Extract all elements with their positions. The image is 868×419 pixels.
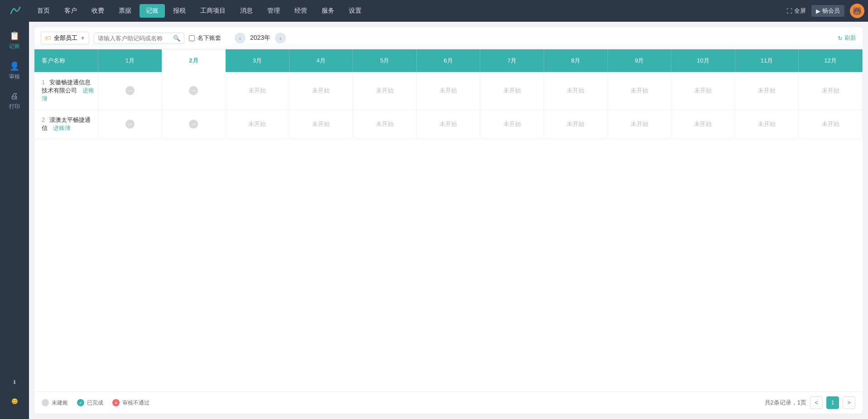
row2-feb (162, 110, 226, 139)
next-year-button[interactable]: › (275, 33, 286, 43)
refresh-icon: ↻ (838, 35, 843, 42)
next-page-button[interactable]: > (843, 396, 855, 409)
vip-button[interactable]: ▶ 畅会员 (811, 5, 844, 17)
fullscreen-button[interactable]: ⛶ 全屏 (786, 7, 806, 15)
nav-fee[interactable]: 收费 (85, 4, 111, 18)
col-header-dec: 12月 (799, 49, 863, 72)
my-accounts-checkbox-label[interactable]: 名下账套 (189, 34, 221, 42)
fullscreen-icon: ⛶ (786, 8, 792, 14)
row1-feb (162, 72, 226, 110)
sidebar-bottom: ⬇ 😊 (7, 374, 23, 415)
not-started-status: 未开始 (503, 120, 521, 127)
not-started-status: 未开始 (694, 87, 712, 94)
nav-business[interactable]: 工商项目 (194, 4, 232, 18)
not-started-status: 未开始 (822, 87, 839, 94)
table-footer: 未建账 ✓ 已完成 ✕ 审核不通过 共2条记录，1页 < (34, 391, 863, 414)
my-accounts-checkbox[interactable] (189, 35, 195, 41)
nav-invoice[interactable]: 票据 (112, 4, 138, 18)
row2-jan (98, 110, 162, 139)
top-navigation: 首页 客户 收费 票据 记账 报税 工商项目 消息 管理 经营 服务 设置 ⛶ … (0, 0, 868, 22)
col-header-oct: 10月 (671, 49, 735, 72)
x-icon: ✕ (114, 400, 118, 405)
sidebar-item-audit-label: 审核 (9, 73, 20, 81)
row2-dec: 未开始 (799, 110, 863, 139)
enter-ledger-link-2[interactable]: 进账簿 (53, 125, 71, 131)
row1-mar: 未开始 (226, 72, 289, 110)
dash-status (189, 86, 198, 95)
row1-apr: 未开始 (289, 72, 353, 110)
not-started-status: 未开始 (758, 87, 776, 94)
row2-oct: 未开始 (671, 110, 735, 139)
vip-icon: ▶ (816, 8, 820, 14)
nav-service[interactable]: 服务 (315, 4, 341, 18)
row1-jun: 未开始 (416, 72, 480, 110)
legend-not-created-label: 未建账 (52, 399, 68, 407)
row2-sep: 未开始 (608, 110, 671, 139)
col-header-apr: 4月 (289, 49, 353, 72)
total-records-text: 共2条记录，1页 (765, 399, 806, 407)
print-icon: 🖨 (10, 92, 19, 101)
row2-may: 未开始 (353, 110, 417, 139)
legend-completed-label: 已完成 (87, 399, 103, 407)
refresh-button[interactable]: ↻ 刷新 (838, 34, 856, 42)
sidebar-item-accounting[interactable]: 📋 记账 (0, 26, 29, 55)
nav-operation[interactable]: 经营 (288, 4, 313, 18)
nav-customer[interactable]: 客户 (58, 4, 83, 18)
avatar[interactable]: 🐻 (850, 4, 864, 18)
row1-oct: 未开始 (671, 72, 735, 110)
sidebar-item-print[interactable]: 🖨 打印 (0, 87, 29, 115)
nav-home[interactable]: 首页 (31, 4, 56, 18)
row1-jul: 未开始 (480, 72, 544, 110)
col-header-mar: 3月 (226, 49, 289, 72)
audit-icon: 👤 (10, 61, 19, 71)
employee-filter[interactable]: 🏷 全部员工 ▼ (41, 32, 89, 44)
sidebar-user[interactable]: 😊 (7, 394, 23, 409)
not-started-status: 未开始 (439, 87, 457, 94)
search-input[interactable] (98, 35, 170, 42)
vip-label: 畅会员 (822, 7, 840, 15)
sidebar-download[interactable]: ⬇ (7, 375, 23, 390)
row1-aug: 未开始 (544, 72, 608, 110)
row1-nov: 未开始 (735, 72, 799, 110)
nav-message[interactable]: 消息 (234, 4, 259, 18)
col-header-aug: 8月 (544, 49, 608, 72)
accounting-table: 客户名称 1月 2月 3月 4月 5月 6月 7月 8月 9月 (34, 49, 863, 139)
content-area: 🏷 全部员工 ▼ 🔍 名下账套 ‹ 2023年 › (29, 22, 868, 419)
row1-sep: 未开始 (608, 72, 671, 110)
dash-status (125, 86, 135, 95)
not-started-status: 未开始 (758, 120, 776, 127)
not-started-status: 未开始 (631, 87, 648, 94)
nav-right-actions: ⛶ 全屏 ▶ 畅会员 🐻 (786, 4, 864, 18)
user-smile-icon: 😊 (11, 398, 18, 405)
company-cell-1: 1 安徽畅捷通信息技术有限公司 进账簿 (34, 72, 98, 110)
sidebar-item-audit[interactable]: 👤 审核 (0, 57, 29, 85)
search-icon[interactable]: 🔍 (173, 35, 180, 42)
page-1-button[interactable]: 1 (826, 396, 839, 409)
nav-accounting[interactable]: 记账 (140, 4, 165, 18)
col-header-jun: 6月 (416, 49, 480, 72)
prev-year-button[interactable]: ‹ (235, 33, 246, 43)
table-row: 1 安徽畅捷通信息技术有限公司 进账簿 未开始 未开始 未开始 未开始 未开始 (34, 72, 863, 110)
sidebar-item-accounting-label: 记账 (9, 43, 20, 50)
col-header-jan: 1月 (98, 49, 162, 72)
nav-tax[interactable]: 报税 (167, 4, 192, 18)
sidebar-item-print-label: 打印 (9, 103, 20, 111)
nav-manage[interactable]: 管理 (261, 4, 286, 18)
row2-apr: 未开始 (289, 110, 353, 139)
content-inner: 🏷 全部员工 ▼ 🔍 名下账套 ‹ 2023年 › (34, 27, 863, 414)
tag-icon: 🏷 (45, 34, 51, 42)
table-row: 2 漠澳太平畅捷通信 进账簿 未开始 未开始 未开始 未开始 未开始 未开始 (34, 110, 863, 139)
not-started-status: 未开始 (567, 87, 584, 94)
year-navigation: ‹ 2023年 › (235, 33, 286, 43)
nav-settings[interactable]: 设置 (342, 4, 368, 18)
year-display: 2023年 (250, 34, 270, 42)
dash-status (125, 120, 135, 129)
not-started-status: 未开始 (694, 120, 712, 127)
my-accounts-label: 名下账套 (198, 34, 221, 42)
col-header-jul: 7月 (480, 49, 544, 72)
main-layout: 📋 记账 👤 审核 🖨 打印 ⬇ 😊 🏷 全部员工 (0, 22, 868, 419)
not-started-status: 未开始 (312, 87, 330, 94)
prev-page-button[interactable]: < (810, 396, 823, 409)
filter-label: 全部员工 (54, 34, 77, 42)
refresh-label: 刷新 (844, 34, 856, 42)
